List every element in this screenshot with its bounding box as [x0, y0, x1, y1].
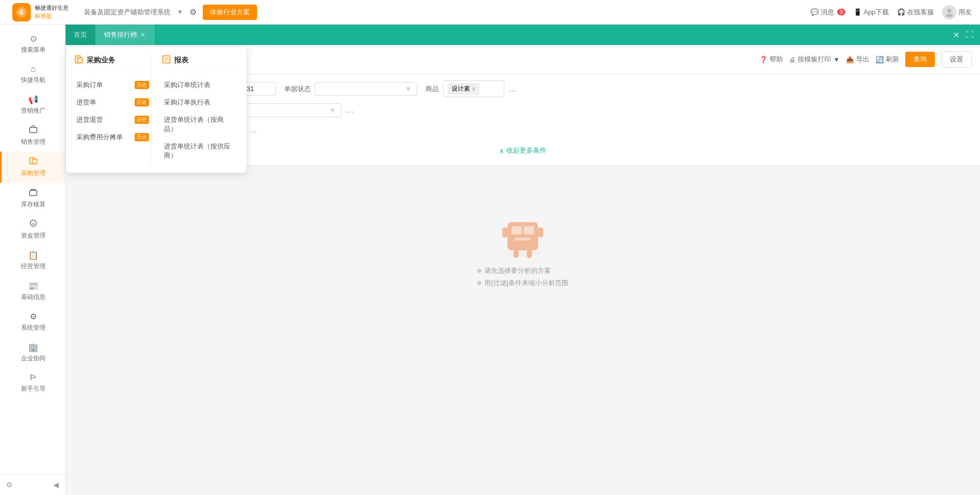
query-btn[interactable]: 查询	[905, 52, 935, 67]
logo-icon: 6	[12, 3, 31, 21]
svg-rect-17	[514, 250, 519, 258]
history-badge-1: 历史	[135, 98, 149, 106]
salesperson-arrow: ▼	[329, 106, 336, 114]
sidebar-settings-btn[interactable]: ⚙	[6, 481, 13, 489]
sidebar: ⊙ 搜索菜单 ⌂ 快捷导航 📢 营销推广 销售管理 采购管理 库	[0, 0, 66, 495]
report-section-title: 报表	[162, 55, 239, 70]
svg-rect-20	[78, 58, 82, 63]
salesperson-select[interactable]: ▼	[239, 103, 342, 117]
sidebar-item-purchase[interactable]: 采购管理	[0, 152, 65, 183]
sidebar-item-basic-info[interactable]: 📰 基础信息	[0, 276, 65, 307]
message-icon: 💬	[811, 8, 819, 16]
goods-input-area[interactable]: 设计素 ×	[443, 80, 504, 97]
home-icon: ⌂	[31, 64, 36, 74]
app-download-btn[interactable]: 📱 App下载	[854, 8, 889, 17]
dropdown-item-return[interactable]: 进货退货 历史	[74, 111, 151, 128]
svg-rect-4	[30, 127, 37, 133]
industry-btn[interactable]: 体验行业方案	[203, 5, 257, 20]
empty-illustration	[492, 207, 553, 258]
tab-bar-controls: ✕ ⛶	[951, 28, 980, 42]
sidebar-item-quick-nav[interactable]: ⌂ 快捷导航	[0, 59, 65, 90]
message-btn[interactable]: 💬 消息 9	[811, 8, 845, 17]
sidebar-item-finance[interactable]: ¥ 资金管理	[0, 214, 65, 245]
sidebar-item-sales[interactable]: 销售管理	[0, 120, 65, 152]
help-btn[interactable]: ❓ 帮助	[759, 55, 783, 64]
header-left: 6 畅捷通好生意 标准版 装备及固定资产辅助管理系统 ▼ ⚙ 体验行业方案	[8, 3, 257, 21]
print-btn[interactable]: 🖨 按模板打印 ▼	[789, 55, 840, 64]
tab-home[interactable]: 首页	[66, 25, 96, 45]
tab-close-all-btn[interactable]: ✕	[951, 28, 962, 42]
user-menu-btn[interactable]: 用友	[942, 5, 972, 19]
svg-rect-7	[30, 190, 37, 196]
print-dropdown-icon: ▼	[833, 56, 840, 63]
settings-btn[interactable]: 设置	[941, 51, 972, 68]
dropdown-item-inbound-stats-supplier[interactable]: 进货单统计表（按供应商）	[162, 138, 239, 164]
sidebar-collapse-btn[interactable]: ◀	[53, 481, 59, 489]
dropdown-item-purchase-order[interactable]: 采购订单 历史	[74, 76, 151, 94]
header-settings-btn[interactable]: ⚙	[189, 7, 197, 17]
doc-status-filter: 单据状态 ▼	[284, 82, 417, 96]
header-dropdown-btn[interactable]: ▼	[177, 8, 183, 16]
empty-robot-svg	[492, 207, 553, 258]
sidebar-item-enterprise[interactable]: 🏢 企业协同	[0, 337, 65, 368]
dropdown-item-order-exec[interactable]: 采购订单执行表	[162, 94, 239, 111]
customer-more-btn[interactable]: ...	[249, 125, 257, 135]
header-right: 💬 消息 9 📱 App下载 🎧 在线客服 用友	[811, 5, 972, 19]
sidebar-item-inventory[interactable]: 库存核算	[0, 183, 65, 214]
refresh-btn[interactable]: 🔄 刷新	[876, 55, 899, 64]
system-icon: ⚙	[30, 312, 37, 321]
finance-icon: ¥	[29, 219, 37, 229]
purchase-dropdown-menu: 采购业务 采购订单 历史 进货单 历史 进货退货 历史 采购费用分摊单 历史 报…	[66, 46, 247, 173]
dropdown-item-inbound[interactable]: 进货单 历史	[74, 94, 151, 111]
logo-text: 畅捷通好生意 标准版	[35, 4, 69, 20]
newbie-icon: 🏳	[29, 373, 37, 382]
system-title: 装备及固定资产辅助管理系统	[84, 8, 171, 17]
svg-text:6: 6	[19, 8, 24, 16]
marketing-icon: 📢	[28, 95, 38, 104]
header: 6 畅捷通好生意 标准版 装备及固定资产辅助管理系统 ▼ ⚙ 体验行业方案 💬 …	[0, 0, 980, 25]
svg-rect-15	[502, 227, 507, 238]
sidebar-item-operations[interactable]: 📋 经营管理	[0, 245, 65, 276]
collapse-btn[interactable]: ∧ 收起更多条件	[495, 142, 550, 159]
dropdown-item-purchase-expense[interactable]: 采购费用分摊单 历史	[74, 128, 151, 146]
inventory-icon	[29, 188, 37, 198]
sales-icon	[29, 125, 37, 136]
salesperson-more-btn[interactable]: ...	[346, 105, 354, 115]
user-label: 用友	[958, 8, 972, 17]
tab-sales-rank[interactable]: 销售排行榜 ✕	[96, 25, 154, 45]
doc-status-select[interactable]: ▼	[315, 82, 417, 96]
svg-rect-12	[512, 226, 522, 234]
svg-rect-13	[524, 226, 534, 234]
sidebar-nav: ⊙ 搜索菜单 ⌂ 快捷导航 📢 营销推广 销售管理 采购管理 库	[0, 25, 65, 474]
search-icon: ⊙	[30, 34, 37, 44]
online-service-btn[interactable]: 🎧 在线客服	[897, 8, 934, 17]
operations-icon: 📋	[28, 250, 38, 260]
sidebar-item-system[interactable]: ⚙ 系统管理	[0, 307, 65, 337]
empty-text: 请先选择要分析的方案 用[过滤]条件来缩小分析范围	[477, 266, 568, 291]
report-section: 报表 采购订单统计表 采购订单执行表 进货单统计表（按商品） 进货单统计表（按供…	[151, 55, 239, 164]
history-badge-2: 历史	[135, 116, 149, 124]
svg-point-2	[947, 9, 951, 13]
export-icon: 📤	[846, 56, 854, 63]
hint-dot-2	[477, 281, 481, 285]
user-avatar	[942, 5, 956, 19]
goods-filter: 商品 设计素 × ...	[425, 80, 517, 97]
goods-more-btn[interactable]: ...	[508, 84, 517, 94]
svg-text:¥: ¥	[32, 222, 35, 226]
tab-close-btn[interactable]: ✕	[140, 31, 145, 38]
basic-info-icon: 📰	[28, 281, 38, 291]
dropdown-item-order-stats[interactable]: 采购订单统计表	[162, 76, 239, 94]
dropdown-item-inbound-stats-goods[interactable]: 进货单统计表（按商品）	[162, 111, 239, 138]
hint-dot-1	[477, 269, 481, 273]
refresh-icon: 🔄	[876, 56, 884, 63]
export-btn[interactable]: 📤 导出	[846, 55, 869, 64]
sidebar-item-newbie[interactable]: 🏳 新手引导	[0, 368, 65, 398]
sidebar-item-marketing[interactable]: 📢 营销推广	[0, 90, 65, 120]
svg-rect-18	[527, 250, 532, 258]
purchase-section: 采购业务 采购订单 历史 进货单 历史 进货退货 历史 采购费用分摊单 历史	[74, 55, 151, 164]
headset-icon: 🎧	[897, 8, 905, 16]
svg-rect-16	[538, 227, 543, 238]
sidebar-item-search[interactable]: ⊙ 搜索菜单	[0, 29, 65, 59]
tab-expand-btn[interactable]: ⛶	[964, 28, 976, 41]
goods-tag-remove[interactable]: ×	[472, 85, 476, 93]
